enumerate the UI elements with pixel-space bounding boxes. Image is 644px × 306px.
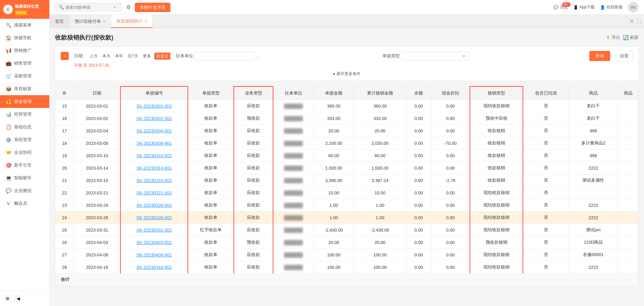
doc-no-link[interactable]: SK-20230314-001 xyxy=(137,166,172,171)
cell-goods2 xyxy=(618,125,638,137)
cell-date: 2023-04-18 xyxy=(74,261,120,273)
cell-discount: 0.00 xyxy=(431,149,470,162)
export-button[interactable]: ⬆ 导出 xyxy=(606,35,620,41)
sidebar-item-guide[interactable]: 🎯 新手引导 xyxy=(0,159,49,172)
this-year-btn[interactable]: 本年 xyxy=(114,53,124,60)
sidebar-item-system[interactable]: ⚙️ 系统管理 xyxy=(0,133,49,146)
doc-no-link[interactable]: SK-20230403-002 xyxy=(137,240,172,245)
filter-expand: ▾ 展开更多条件 xyxy=(61,71,633,77)
cell-doctype: 收款单 xyxy=(188,249,234,261)
tab-receipt-exec[interactable]: 收款核销执行 × xyxy=(111,15,153,28)
cell-unit: ██████ xyxy=(273,224,314,236)
cell-docno: SK-20230331-002 xyxy=(120,224,188,236)
sidebar-item-finance[interactable]: 💰 资金管理 xyxy=(0,95,49,108)
page-title: 收款核销执行(按收款) xyxy=(55,34,113,42)
cell-docno: SK-20230302-002 xyxy=(120,112,188,125)
cell-biztype: 应收款 xyxy=(234,125,273,137)
doc-no-link[interactable]: SK-20230418-001 xyxy=(137,265,172,270)
cell-amount: 2,100.00 xyxy=(314,137,354,149)
tabbar-close-icon[interactable]: ✕ xyxy=(630,18,634,24)
cell-verifytype: 现结收款核销 xyxy=(470,261,523,273)
gear-icon[interactable]: ⚙ xyxy=(126,4,131,10)
doc-no-link[interactable]: SK-20230328-001 xyxy=(137,203,172,208)
cell-biztype: 应收款 xyxy=(234,162,273,174)
sidebar-item-inventory[interactable]: 📦 库存核算 xyxy=(0,82,49,95)
doc-no-link[interactable]: SK-20230304-001 xyxy=(137,128,172,133)
online-service-button[interactable]: 👤 在线客服 xyxy=(600,4,623,10)
cell-docno: SK-20230403-002 xyxy=(120,236,188,249)
doc-no-link[interactable]: SK-20230328-002 xyxy=(137,215,172,220)
search-input[interactable] xyxy=(65,5,112,10)
sidebar-item-enterprise[interactable]: 🤝 企业协同 xyxy=(0,146,49,159)
tab-pre-receipt-label: 预计应收付单 xyxy=(75,18,101,24)
sidebar-item-business[interactable]: 📊 经营管理 xyxy=(0,108,49,121)
cell-no: 24 xyxy=(55,211,74,224)
industry-solution-button[interactable]: 体验行业方案 xyxy=(135,3,170,12)
doc-no-link[interactable]: SK-20230310-001 xyxy=(137,153,172,158)
last-month-btn[interactable]: 上月 xyxy=(88,53,99,60)
tabbar-expand-icon[interactable]: ⛶ xyxy=(637,19,641,24)
cell-goods1: 2222 xyxy=(569,211,618,224)
unit-more-icon[interactable]: ... xyxy=(256,53,261,59)
doc-no-link[interactable]: SK-20230308-001 xyxy=(137,141,172,146)
system-icon: ⚙️ xyxy=(5,137,11,143)
cell-unit: ██████ xyxy=(273,187,314,199)
tab-pre-receipt[interactable]: 预计应收付单 × xyxy=(69,15,111,28)
settings-icon[interactable]: ⚙ xyxy=(3,295,11,303)
cell-biztype: 预收款 xyxy=(234,112,273,125)
sidebar-item-search[interactable]: 🔍 搜索菜单 xyxy=(0,19,49,32)
query-button[interactable]: 查询 xyxy=(589,51,610,61)
doc-type-select[interactable]: ▾ xyxy=(402,52,469,61)
cell-balance: 0.00 xyxy=(406,100,431,112)
cell-goods1: 999 xyxy=(569,125,618,137)
cell-date: 2023-03-04 xyxy=(74,125,120,137)
more-dates-btn[interactable]: 更多 xyxy=(142,53,152,60)
app-download-button[interactable]: 📱 App下载 xyxy=(573,4,595,10)
refresh-button[interactable]: 🔄 刷新 xyxy=(623,35,639,41)
doc-no-link[interactable]: SK-20230315-002 xyxy=(137,178,172,183)
this-month-btn[interactable]: 本月 xyxy=(101,53,112,60)
custom-date-btn[interactable]: 自定义 xyxy=(154,53,170,60)
last-7days-btn[interactable]: 近7天 xyxy=(126,53,140,60)
notification-button[interactable]: 💬 消息 99+ xyxy=(553,4,568,10)
page-header: 收款核销执行(按收款) ⬆ 导出 🔄 刷新 xyxy=(55,34,639,42)
sidebar-item-purchase[interactable]: 🛒 采购管理 xyxy=(0,70,49,82)
cell-amount: 1,000.00 xyxy=(314,162,354,174)
filter-toggle-button[interactable]: » xyxy=(61,52,69,60)
sales-icon: 💼 xyxy=(5,60,11,66)
column-settings-icon[interactable]: ⚙ xyxy=(62,90,66,96)
doc-no-link[interactable]: SK-20230302-002 xyxy=(137,116,172,121)
doc-no-link[interactable]: SK-20230301-002 xyxy=(137,104,172,109)
tab-pre-receipt-close[interactable]: × xyxy=(103,19,105,24)
cell-discount: 0.00 xyxy=(431,211,470,224)
col-amount-header: 单据金额 xyxy=(314,86,354,100)
sidebar-item-marketing[interactable]: 📢 营销推广 xyxy=(0,44,49,57)
sidebar-item-label-guide: 新手引导 xyxy=(14,162,32,168)
doc-no-link[interactable]: SK-20230331-002 xyxy=(137,228,172,233)
sidebar-item-label-purchase: 采购管理 xyxy=(14,73,32,79)
sidebar-item-label-search: 搜索菜单 xyxy=(14,22,32,28)
sidebar-item-member[interactable]: V 畅会员 xyxy=(0,197,49,210)
sidebar-item-wechat[interactable]: 💬 企业微信 xyxy=(0,184,49,197)
tabbar-actions: ✕ ⛶ xyxy=(627,15,644,28)
col-gear-header[interactable]: ⚙ xyxy=(55,86,74,100)
cell-balance: 0.00 xyxy=(406,162,431,174)
cell-balance: 0.00 xyxy=(406,224,431,236)
settings-button[interactable]: 设置 xyxy=(615,51,633,61)
sidebar-item-hardware[interactable]: 💻 智能硬件 xyxy=(0,172,49,184)
doc-no-link[interactable]: SK-20230408-001 xyxy=(137,252,172,257)
tab-receipt-exec-close[interactable]: × xyxy=(145,19,147,23)
cell-accum: 360.00 xyxy=(354,100,406,112)
collapse-icon[interactable]: ◀ xyxy=(14,295,22,303)
table-row: 15 2023-03-01 SK-20230301-002 收款单 应收款 ██… xyxy=(55,100,638,112)
tab-home[interactable]: 首页 xyxy=(50,15,69,28)
unit-input[interactable] xyxy=(195,52,255,61)
sidebar-item-sales[interactable]: 💼 销售管理 xyxy=(0,57,49,70)
doc-no-link[interactable]: SK-20230321-003 xyxy=(137,190,172,195)
sidebar-item-shortcut[interactable]: 🏠 快捷导航 xyxy=(0,32,49,44)
cell-accum: 100.00 xyxy=(354,249,406,261)
expand-more-btn[interactable]: ▾ 展开更多条件 xyxy=(333,71,361,77)
avatar[interactable]: Rit xyxy=(628,2,639,13)
cell-goods2 xyxy=(618,199,638,211)
sidebar-item-basic[interactable]: 📋 基础信息 xyxy=(0,121,49,133)
